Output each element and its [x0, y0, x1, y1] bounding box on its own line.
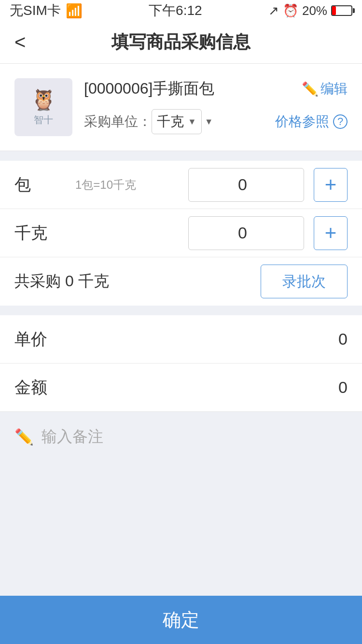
thumbnail-inner: 🦉 智十 [24, 88, 63, 126]
record-batch-button[interactable]: 录批次 [261, 265, 348, 298]
status-left: 无SIM卡 📶 [10, 1, 83, 20]
battery-fill [332, 6, 336, 15]
nav-bar: < 填写商品采购信息 [0, 21, 362, 64]
unit-label: 采购单位： [84, 112, 152, 131]
unit-price-label: 单价 [14, 328, 47, 350]
bottom-spacer [0, 462, 362, 607]
pack-label: 包 [14, 174, 72, 196]
section-separator-2 [0, 306, 362, 315]
battery-percent: 20% [302, 3, 327, 18]
edit-label: 编辑 [320, 80, 348, 98]
carrier-text: 无SIM卡 [10, 1, 61, 20]
note-pencil-icon: ✏️ [14, 428, 34, 446]
status-right: ↗ ⏰ 20% [268, 3, 352, 18]
unit-select[interactable]: 千克 ▼ [152, 109, 202, 134]
amount-row: 金额 0 [0, 364, 362, 412]
price-section: 单价 0 金额 0 [0, 315, 362, 412]
unit-label-wrap: 采购单位： 千克 ▼ [84, 109, 213, 134]
product-info: [0000006]手撕面包 ✏️ 编辑 采购单位： 千克 ▼ 价格参照 ? [84, 78, 348, 134]
unit-chevron-icon: ▼ [188, 117, 196, 127]
input-section: 包 1包=10千克 + 千克 + [0, 161, 362, 257]
pack-input-row: 包 1包=10千克 + [0, 161, 362, 209]
location-icon: ↗ [268, 3, 279, 18]
amount-label: 金额 [14, 377, 47, 399]
kg-plus-button[interactable]: + [314, 216, 348, 250]
kg-label: 千克 [14, 222, 72, 244]
product-title-row: [0000006]手撕面包 ✏️ 编辑 [84, 78, 348, 99]
unit-row: 采购单位： 千克 ▼ 价格参照 ? [84, 109, 348, 134]
product-logo-text: 智十 [34, 113, 53, 126]
alarm-icon: ⏰ [283, 3, 298, 18]
price-ref-info-icon: ? [333, 114, 348, 129]
pack-quantity-input[interactable] [188, 168, 304, 202]
product-logo-icon: 🦉 [31, 88, 56, 112]
unit-select-wrap[interactable]: 千克 ▼ [152, 109, 213, 134]
summary-text: 共采购 0 千克 [14, 271, 109, 292]
product-thumbnail: 🦉 智十 [14, 78, 72, 136]
pack-sub-label: 1包=10千克 [75, 177, 136, 193]
unit-value: 千克 [157, 112, 184, 131]
pack-input-wrap: + [136, 168, 348, 202]
page-title: 填写商品采购信息 [111, 30, 251, 54]
kg-input-row: 千克 + [0, 209, 362, 257]
status-time: 下午6:12 [149, 1, 202, 20]
back-button[interactable]: < [14, 31, 26, 53]
unit-price-row: 单价 0 [0, 315, 362, 364]
product-card: 🦉 智十 [0000006]手撕面包 ✏️ 编辑 采购单位： 千克 ▼ [0, 64, 362, 151]
note-placeholder: 输入备注 [42, 426, 103, 448]
kg-input-wrap: + [72, 216, 348, 250]
section-separator-1 [0, 151, 362, 161]
unit-price-value: 0 [338, 330, 348, 349]
product-name: [0000006]手撕面包 [84, 78, 214, 99]
note-section[interactable]: ✏️ 输入备注 [0, 412, 362, 462]
price-ref-button[interactable]: 价格参照 ? [275, 112, 348, 131]
wifi-icon: 📶 [66, 3, 83, 19]
price-ref-label: 价格参照 [275, 112, 329, 131]
edit-icon: ✏️ [302, 81, 319, 97]
status-bar: 无SIM卡 📶 下午6:12 ↗ ⏰ 20% [0, 0, 362, 21]
edit-button[interactable]: ✏️ 编辑 [302, 80, 348, 98]
battery-icon [331, 5, 352, 16]
kg-quantity-input[interactable] [188, 216, 304, 250]
confirm-button[interactable]: 确定 [0, 596, 362, 644]
pack-plus-button[interactable]: + [314, 168, 348, 202]
summary-row: 共采购 0 千克 录批次 [0, 257, 362, 306]
amount-value: 0 [338, 378, 348, 397]
